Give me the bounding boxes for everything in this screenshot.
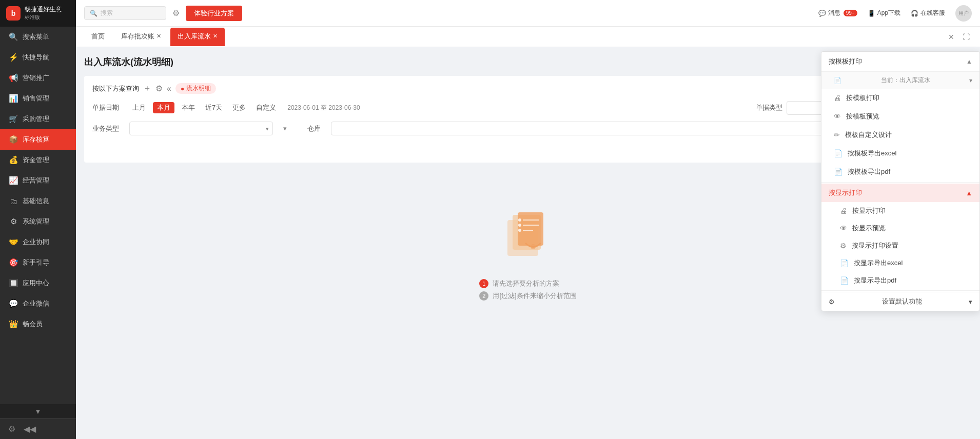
date-option-current-month[interactable]: 本月 xyxy=(153,102,174,113)
print-settings-display-item[interactable]: ⚙ 按显示打印设置 xyxy=(821,237,979,254)
filter-collapse-icon[interactable]: « xyxy=(167,84,171,93)
filter-settings-icon[interactable]: ⚙ xyxy=(155,84,163,93)
pencil-icon: ✏ xyxy=(834,131,840,139)
export-pdf-template-item[interactable]: 📄 按模板导出pdf xyxy=(821,163,979,181)
box-icon: 📦 xyxy=(8,135,18,144)
tab-flow-label: 出入库流水 xyxy=(178,32,211,41)
app-download-action[interactable]: 📱 App下载 xyxy=(868,9,900,17)
grid-icon: 🔲 xyxy=(8,278,18,288)
sidebar-item-guide[interactable]: 🎯 新手引导 xyxy=(0,252,76,273)
message-action[interactable]: 💬 消息 99+ xyxy=(818,9,857,17)
sidebar-item-label: 资金管理 xyxy=(23,155,49,165)
print-template-label: 按模板打印 xyxy=(846,93,879,103)
sidebar-item-search[interactable]: 🔍 搜索菜单 xyxy=(0,27,76,47)
target-icon: 🎯 xyxy=(8,258,18,267)
sales-icon: 📊 xyxy=(8,94,18,103)
export-pdf-display-label: 按显示导出pdf xyxy=(854,276,896,285)
print-display-item[interactable]: 🖨 按显示打印 xyxy=(821,202,979,220)
date-option-more[interactable]: 更多 xyxy=(229,102,249,113)
dropdown-footer[interactable]: ⚙ 设置默认功能 ▾ xyxy=(821,292,979,311)
page-title: 出入库流水(流水明细) xyxy=(84,56,173,68)
logo-icon: b xyxy=(6,6,21,21)
printer-icon: 🖨 xyxy=(834,94,841,102)
dropdown-header: 按模板打印 ▲ xyxy=(821,52,979,72)
tabbar-right: ✕ ⛶ xyxy=(946,31,972,43)
biz-type-select-wrap xyxy=(129,122,273,135)
sidebar-item-marketing[interactable]: 📢 营销推广 xyxy=(0,68,76,88)
biz-type-select[interactable] xyxy=(129,122,273,135)
sidebar-item-finance[interactable]: 💰 资金管理 xyxy=(0,150,76,170)
preview-display-label: 按显示预览 xyxy=(852,224,886,233)
empty-step-2: 2 用[过滤]条件来缩小分析范围 xyxy=(479,291,576,301)
topbar: 🔍 搜索 ⚙ 体验行业方案 💬 消息 99+ 📱 App下载 🎧 在线客服 用户 xyxy=(76,0,980,27)
tab-home[interactable]: 首页 xyxy=(84,28,112,46)
sidebar-item-basic[interactable]: 🗂 基础信息 xyxy=(0,191,76,211)
online-service-action[interactable]: 🎧 在线客服 xyxy=(911,9,945,17)
current-template-icon: 📄 xyxy=(834,77,841,84)
sidebar-item-wechat[interactable]: 💬 企业微信 xyxy=(0,293,76,314)
step-2-num: 2 xyxy=(479,291,488,301)
maximize-icon[interactable]: ⛶ xyxy=(961,31,972,43)
date-option-last-month[interactable]: 上月 xyxy=(129,102,149,113)
custom-design-item[interactable]: ✏ 模板自定义设计 xyxy=(821,126,979,144)
topbar-search-box[interactable]: 🔍 搜索 xyxy=(84,6,166,20)
export-excel-template-item[interactable]: 📄 按模板导出excel xyxy=(821,144,979,163)
cart-icon: 🛒 xyxy=(8,114,18,124)
filter-add-icon[interactable]: ＋ xyxy=(143,83,151,94)
filter-tag[interactable]: ● 流水明细 xyxy=(175,83,216,94)
sidebar-item-collab[interactable]: 🤝 企业协同 xyxy=(0,232,76,252)
dropdown-divider xyxy=(821,182,979,183)
online-service-label: 在线客服 xyxy=(920,9,945,17)
svg-point-6 xyxy=(518,218,521,222)
sidebar-item-operations[interactable]: 📈 经营管理 xyxy=(0,170,76,191)
gear-icon: ⚙ xyxy=(8,217,18,226)
phone-icon: 📱 xyxy=(868,10,875,17)
dropdown-scroll-up[interactable]: ▲ xyxy=(966,58,972,65)
printer-display-icon: 🖨 xyxy=(840,207,847,215)
sidebar-item-label: 基础信息 xyxy=(23,196,49,206)
sidebar-settings-icon[interactable]: ⚙ xyxy=(8,424,15,434)
sidebar-scroll-down[interactable]: ▼ xyxy=(0,404,76,418)
date-option-current-year[interactable]: 本年 xyxy=(179,102,198,113)
tab-batch-ledger[interactable]: 库存批次账 ✕ xyxy=(114,28,168,46)
step-2-text: 用[过滤]条件来缩小分析范围 xyxy=(493,291,576,301)
sidebar-item-member[interactable]: 👑 畅会员 xyxy=(0,314,76,334)
tab-flow-close[interactable]: ✕ xyxy=(213,33,218,39)
chart-icon: 📈 xyxy=(8,176,18,185)
preview-template-item[interactable]: 👁 按模板预览 xyxy=(821,107,979,126)
sidebar-item-sales[interactable]: 📊 销售管理 xyxy=(0,88,76,109)
sidebar-collapse-icon[interactable]: ◀◀ xyxy=(24,424,36,434)
step-1-num: 1 xyxy=(479,279,488,288)
excel-icon: 📄 xyxy=(834,149,842,157)
tab-batch-ledger-label: 库存批次账 xyxy=(121,32,154,41)
wechat-icon: 💬 xyxy=(8,299,18,308)
search-placeholder: 搜索 xyxy=(101,9,113,17)
empty-step-1: 1 请先选择要分析的方案 xyxy=(479,279,576,288)
dropdown-title: 按模板打印 xyxy=(829,57,862,66)
export-excel-display-item[interactable]: 📄 按显示导出excel xyxy=(821,254,979,272)
dropdown-footer-label: 设置默认功能 xyxy=(882,297,922,306)
industry-solution-button[interactable]: 体验行业方案 xyxy=(186,6,242,21)
export-pdf-display-item[interactable]: 📄 按显示导出pdf xyxy=(821,272,979,289)
sidebar-item-system[interactable]: ⚙ 系统管理 xyxy=(0,211,76,232)
print-template-item[interactable]: 🖨 按模板打印 xyxy=(821,89,979,107)
sidebar-item-purchase[interactable]: 🛒 采购管理 xyxy=(0,109,76,129)
pdf-icon: 📄 xyxy=(834,168,842,176)
expand-icon: ▲ xyxy=(966,189,972,197)
tab-flow[interactable]: 出入库流水 ✕ xyxy=(170,28,225,46)
biz-type-dropdown-icon: ▾ xyxy=(283,125,287,132)
preview-template-label: 按模板预览 xyxy=(846,112,879,121)
topbar-gear-icon[interactable]: ⚙ xyxy=(172,8,180,18)
sidebar-item-quick-nav[interactable]: ⚡ 快捷导航 xyxy=(0,47,76,68)
close-page-icon[interactable]: ✕ xyxy=(946,31,956,43)
user-avatar[interactable]: 用户 xyxy=(955,5,972,22)
display-section-header[interactable]: 按显示打印 ▲ xyxy=(821,184,979,202)
date-option-7days[interactable]: 近7天 xyxy=(202,102,225,113)
date-option-custom[interactable]: 自定义 xyxy=(253,102,279,113)
preview-display-item[interactable]: 👁 按显示预览 xyxy=(821,220,979,237)
svg-point-8 xyxy=(518,229,521,232)
export-excel-display-label: 按显示导出excel xyxy=(854,258,903,268)
sidebar-item-inventory[interactable]: 📦 库存核算 xyxy=(0,129,76,150)
sidebar-item-app-center[interactable]: 🔲 应用中心 xyxy=(0,273,76,293)
tab-batch-ledger-close[interactable]: ✕ xyxy=(156,33,161,39)
